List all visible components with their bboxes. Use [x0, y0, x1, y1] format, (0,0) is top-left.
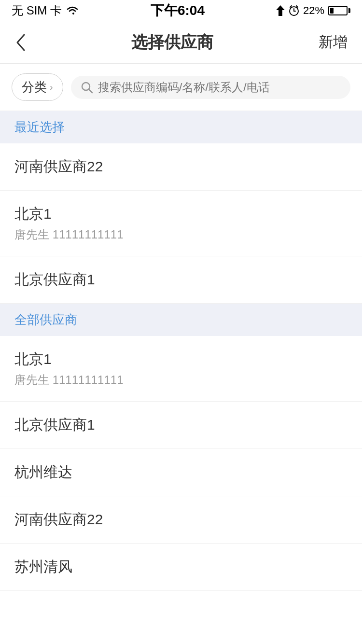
list-item[interactable]: 北京供应商1: [0, 256, 362, 304]
supplier-name: 北京1: [14, 350, 348, 369]
list-item[interactable]: 杭州维达: [0, 449, 362, 496]
status-bar: 无 SIM 卡 下午6:04 22%: [0, 0, 362, 21]
category-filter-button[interactable]: 分类 ›: [12, 73, 63, 101]
list-item[interactable]: 北京1唐先生 11111111111: [0, 336, 362, 402]
recent-section-label: 最近选择: [14, 120, 65, 134]
supplier-name: 北京供应商1: [14, 270, 348, 290]
list-item[interactable]: 北京1唐先生 11111111111: [0, 191, 362, 256]
supplier-name: 河南供应商22: [14, 157, 348, 177]
search-input-container[interactable]: [71, 76, 350, 99]
supplier-name: 杭州维达: [14, 462, 348, 482]
list-item[interactable]: 河南供应商22: [0, 143, 362, 191]
supplier-name: 北京1: [14, 204, 348, 224]
search-area: 分类 ›: [0, 64, 362, 111]
list-item[interactable]: 北京供应商1: [0, 402, 362, 449]
search-input[interactable]: [98, 81, 341, 94]
page-title: 选择供应商: [131, 31, 213, 54]
all-section-label: 全部供应商: [14, 312, 77, 327]
list-item[interactable]: 河南供应商22: [0, 496, 362, 544]
list-item[interactable]: 苏州清风: [0, 544, 362, 591]
supplier-name: 北京供应商1: [14, 415, 348, 435]
nav-bar: 选择供应商 新增: [0, 21, 362, 64]
svg-line-4: [89, 89, 92, 93]
chevron-right-icon: ›: [50, 82, 53, 93]
all-items-list: 北京1唐先生 11111111111北京供应商1杭州维达河南供应商22苏州清风: [0, 336, 362, 591]
back-button[interactable]: [14, 33, 26, 52]
status-left: 无 SIM 卡: [12, 3, 79, 18]
status-right: 22%: [276, 4, 350, 17]
no-sim-text: 无 SIM 卡: [12, 3, 62, 18]
status-time: 下午6:04: [151, 1, 205, 20]
supplier-contact: 唐先生 11111111111: [14, 372, 348, 388]
alarm-icon: [289, 5, 299, 16]
recent-items-list: 河南供应商22北京1唐先生 11111111111北京供应商1: [0, 143, 362, 304]
battery-icon: [328, 6, 350, 15]
battery-percent: 22%: [303, 4, 324, 17]
supplier-name: 苏州清风: [14, 557, 348, 577]
all-section-header: 全部供应商: [0, 304, 362, 336]
category-label: 分类: [22, 79, 47, 96]
recent-section-header: 最近选择: [0, 111, 362, 143]
add-button[interactable]: 新增: [319, 32, 348, 52]
search-icon: [81, 81, 93, 94]
wifi-icon: [66, 6, 79, 15]
location-icon: [276, 5, 285, 16]
supplier-contact: 唐先生 11111111111: [14, 227, 348, 242]
supplier-name: 河南供应商22: [14, 510, 348, 530]
